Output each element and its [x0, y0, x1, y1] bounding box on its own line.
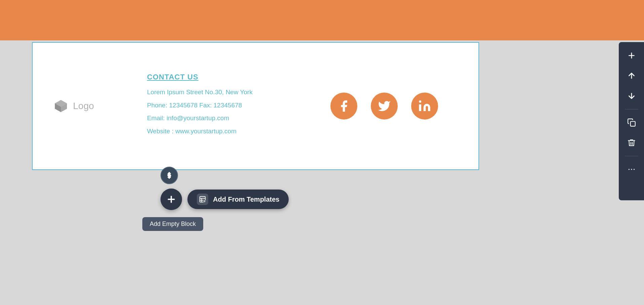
contact-info-area: CONTACT US Lorem Ipsum Street No.30, New… [120, 73, 330, 139]
resize-arrows-icon [165, 171, 173, 179]
arrow-up-icon [627, 71, 636, 80]
arrow-down-icon [627, 92, 636, 100]
linkedin-icon [418, 99, 431, 113]
copy-icon [627, 118, 636, 127]
toolbar-divider-2 [625, 156, 638, 156]
svg-point-8 [631, 169, 632, 170]
toolbar-delete-button[interactable] [623, 134, 640, 151]
facebook-icon-button[interactable] [330, 93, 357, 120]
toolbar-add-button[interactable] [623, 47, 640, 64]
contact-phone-fax: Phone: 12345678 Fax: 12345678 [147, 101, 330, 110]
orange-header-band [0, 0, 644, 40]
contact-address: Lorem Ipsum Street No.30, New York [147, 88, 330, 97]
contact-block: Logo CONTACT US Lorem Ipsum Street No.30… [32, 42, 479, 170]
add-from-templates-button[interactable]: Add From Templates [187, 190, 289, 209]
contact-title: CONTACT US [147, 73, 330, 81]
social-icons-area [330, 93, 458, 120]
contact-email: Email: info@yourstartup.com [147, 113, 330, 123]
logo-area: Logo [53, 98, 120, 114]
logo-cube-icon [53, 98, 69, 114]
logo-label: Logo [73, 101, 94, 111]
resize-handle[interactable] [160, 167, 178, 184]
add-templates-icon-wrapper [197, 194, 208, 205]
contact-website: Website : www.yourstartup.com [147, 127, 330, 136]
toolbar-divider-1 [625, 109, 638, 109]
svg-point-9 [633, 169, 634, 170]
svg-rect-4 [419, 104, 421, 111]
add-empty-block-tooltip: Add Empty Block [142, 217, 203, 231]
toolbar-move-up-button[interactable] [623, 67, 640, 84]
template-icon [199, 196, 206, 203]
plus-icon [627, 51, 636, 60]
add-block-plus-icon [166, 194, 176, 204]
toolbar-more-button[interactable] [623, 161, 640, 178]
more-dots-icon [627, 165, 636, 174]
bottom-actions-area: Add From Templates [160, 189, 289, 210]
toolbar-move-down-button[interactable] [623, 88, 640, 104]
linkedin-icon-button[interactable] [411, 93, 438, 120]
toolbar-copy-button[interactable] [623, 114, 640, 131]
add-empty-block-label: Add Empty Block [150, 221, 196, 227]
twitter-icon-button[interactable] [371, 93, 398, 120]
add-block-button[interactable] [160, 189, 182, 210]
right-toolbar [619, 42, 644, 200]
twitter-icon [378, 99, 391, 113]
facebook-icon [337, 99, 351, 113]
trash-icon [627, 138, 636, 147]
add-templates-label: Add From Templates [213, 196, 279, 203]
svg-rect-6 [630, 122, 635, 126]
svg-point-7 [628, 169, 629, 170]
svg-point-5 [419, 100, 421, 103]
